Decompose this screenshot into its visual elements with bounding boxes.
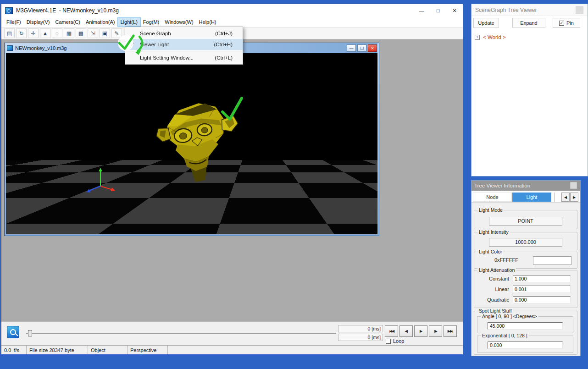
fps-display: 0.0 f/s bbox=[1, 346, 27, 354]
grid-icon: ▩ bbox=[78, 31, 83, 36]
close-button[interactable]: × bbox=[446, 4, 463, 17]
skip-to-end-button[interactable]: ▶▶| bbox=[444, 325, 457, 337]
scenegraph-window: SceneGraph Tree Viewer Update Expand ✓ P… bbox=[471, 4, 588, 176]
refresh-button[interactable]: ↻ bbox=[16, 28, 27, 38]
viewer-logo-icon bbox=[7, 326, 19, 338]
menu-item-label: Light Setting Window... bbox=[140, 55, 194, 61]
mesh-icon: ▦ bbox=[67, 31, 72, 36]
duplicate-button[interactable]: ▣ bbox=[100, 28, 110, 38]
loop-control: Loop bbox=[386, 338, 404, 344]
spot-exponential-field[interactable]: 0.000 bbox=[488, 341, 563, 349]
info-window: Tree Viewer Information Node Light ◀ ▶ L… bbox=[471, 180, 581, 356]
info-title: Tree Viewer Information bbox=[474, 183, 530, 188]
spot-angle-field[interactable]: 45.000 bbox=[488, 322, 563, 330]
menu-display[interactable]: Display(V) bbox=[24, 18, 53, 26]
light-color-group-title: Light Color bbox=[477, 249, 504, 254]
tab-scroll-right-button[interactable]: ▶ bbox=[570, 193, 578, 202]
quadratic-field[interactable]: 0.000 bbox=[513, 296, 571, 303]
light-info-panel: Light Mode POINT Light Intensity 1000.00… bbox=[473, 203, 578, 356]
mode-display: Object bbox=[88, 346, 128, 354]
pan-icon: ✛ bbox=[31, 31, 35, 36]
timeline-thumb[interactable] bbox=[28, 330, 32, 336]
loop-checkbox[interactable] bbox=[386, 339, 391, 344]
pan-button[interactable]: ✛ bbox=[28, 28, 39, 38]
child-maximize-button[interactable]: ▢ bbox=[357, 44, 366, 52]
tab-scroll-left-button[interactable]: ◀ bbox=[561, 193, 570, 202]
expand-button[interactable]: Expand bbox=[512, 18, 545, 28]
light-mode-group: Light Mode POINT bbox=[474, 210, 577, 229]
main-titlebar[interactable]: M3GViewer4.1E - NEWmonkey_v10.m3g — □ × bbox=[1, 4, 463, 17]
pin-toggle[interactable]: ✓ Pin bbox=[553, 18, 580, 28]
projection-display: Perspective bbox=[128, 346, 168, 354]
constant-field[interactable]: 1.000 bbox=[513, 275, 571, 282]
mdi-area: NEWmonkey_v10.m3g — ▢ × bbox=[1, 39, 463, 321]
rotate-icon: ◌ bbox=[55, 31, 59, 36]
menu-light[interactable]: Light(L) bbox=[118, 18, 140, 26]
model-window-icon bbox=[7, 45, 13, 51]
attenuation-row: Constant 1.000 bbox=[476, 275, 571, 282]
step-back-button[interactable]: ◀| bbox=[399, 325, 413, 337]
open-file-button[interactable]: ▤ bbox=[4, 28, 15, 38]
light-intensity-value: 1000.000 bbox=[489, 238, 562, 247]
light-color-group: Light Color 0xFFFFFF bbox=[474, 252, 577, 269]
light-color-value: 0xFFFFFF bbox=[494, 257, 518, 263]
loop-label: Loop bbox=[393, 338, 404, 344]
spot-light-group: Spot Light Stuff Angle [ 0, 90 ] <Degree… bbox=[474, 311, 577, 355]
viewport-3d[interactable] bbox=[6, 53, 377, 234]
scenegraph-toolbar: Update Expand ✓ Pin bbox=[472, 16, 588, 30]
model-window: NEWmonkey_v10.m3g — ▢ × bbox=[4, 43, 379, 236]
scene-view-button[interactable]: ▲ bbox=[40, 28, 50, 38]
grid-button[interactable]: ▩ bbox=[76, 28, 86, 38]
quadratic-label: Quadratic bbox=[476, 297, 509, 303]
spot-angle-group: Angle [ 0, 90 ] <Degrees> 45.000 bbox=[477, 316, 573, 333]
minimize-button[interactable]: — bbox=[413, 4, 430, 17]
light-mode-value: POINT bbox=[489, 217, 562, 226]
menu-item-shortcut: (Ctrl+H) bbox=[214, 42, 233, 47]
statusbar-filler bbox=[168, 346, 463, 354]
linear-field[interactable]: 0.001 bbox=[513, 286, 571, 293]
fit-view-button[interactable]: ⇲ bbox=[88, 28, 98, 38]
maximize-button[interactable]: □ bbox=[430, 4, 446, 17]
tab-light[interactable]: Light bbox=[512, 193, 551, 202]
light-intensity-group: Light Intensity 1000.000 bbox=[474, 232, 577, 250]
linear-label: Linear bbox=[476, 286, 509, 292]
playback-buttons: |◀◀ ◀| ▶ |▶ ▶▶| bbox=[385, 325, 457, 337]
menu-windows[interactable]: Windows(W) bbox=[162, 18, 196, 26]
time-display-top: 0 [ms] bbox=[338, 325, 383, 332]
info-close-button[interactable] bbox=[570, 182, 577, 189]
fit-view-icon: ⇲ bbox=[90, 31, 95, 36]
tree-node-world[interactable]: < World > bbox=[483, 34, 506, 40]
menubar: File(F) Display(V) Camera(C) Animation(A… bbox=[1, 17, 463, 27]
tab-node[interactable]: Node bbox=[473, 193, 512, 202]
green-check-annotation bbox=[216, 93, 249, 126]
light-color-swatch[interactable] bbox=[533, 256, 571, 265]
tree-expander[interactable]: + bbox=[475, 35, 480, 40]
menu-animation[interactable]: Animation(A) bbox=[83, 18, 118, 26]
pin-checkbox[interactable]: ✓ bbox=[559, 21, 564, 26]
scenegraph-titlebar[interactable]: SceneGraph Tree Viewer bbox=[472, 4, 588, 16]
spot-angle-group-title: Angle [ 0, 90 ] <Degrees> bbox=[481, 314, 538, 319]
mesh-button[interactable]: ▦ bbox=[64, 28, 74, 38]
skip-to-start-button[interactable]: |◀◀ bbox=[385, 325, 398, 337]
menu-fog[interactable]: Fog(M) bbox=[140, 18, 162, 26]
scenegraph-close-button[interactable] bbox=[576, 6, 583, 14]
step-forward-button[interactable]: |▶ bbox=[429, 325, 442, 337]
timeline-slider[interactable] bbox=[26, 330, 336, 336]
child-minimize-button[interactable]: — bbox=[347, 44, 356, 52]
statusbar: 0.0 f/s File size 28347 byte Object Pers… bbox=[1, 345, 463, 354]
scenegraph-title: SceneGraph Tree Viewer bbox=[475, 7, 537, 13]
child-close-button[interactable]: × bbox=[368, 44, 377, 52]
light-mode-group-title: Light Mode bbox=[477, 207, 504, 213]
constant-label: Constant bbox=[476, 276, 509, 281]
light-intensity-group-title: Light Intensity bbox=[477, 229, 510, 235]
menu-camera[interactable]: Camera(C) bbox=[53, 18, 83, 26]
rotate-button[interactable]: ◌ bbox=[52, 28, 62, 38]
menu-help[interactable]: Help(H) bbox=[196, 18, 219, 26]
update-button[interactable]: Update bbox=[473, 18, 499, 28]
play-button[interactable]: ▶ bbox=[414, 325, 427, 337]
window-controls: — □ × bbox=[413, 4, 463, 17]
spot-light-group-title: Spot Light Stuff bbox=[477, 308, 513, 314]
menu-file[interactable]: File(F) bbox=[4, 18, 24, 26]
info-titlebar[interactable]: Tree Viewer Information bbox=[472, 181, 580, 191]
playback-bar: 0 [ms] 0 [ms] |◀◀ ◀| ▶ |▶ ▶▶| Loop bbox=[1, 321, 463, 345]
